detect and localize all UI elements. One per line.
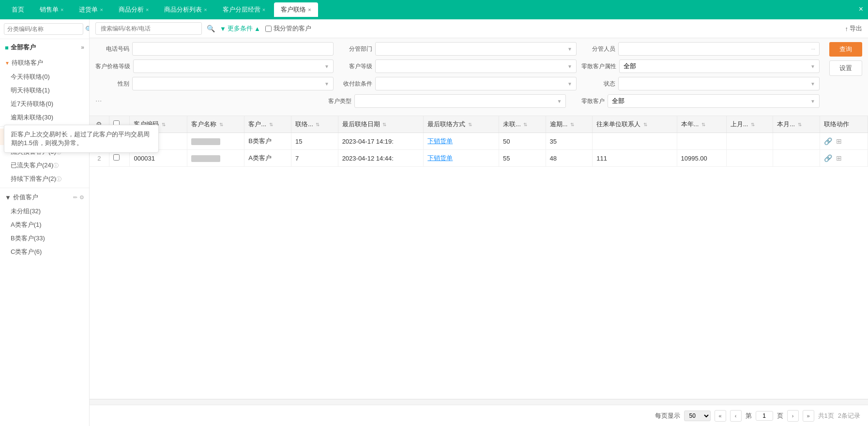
nav-tab-customer-contact-close[interactable]: × (308, 7, 311, 13)
more-conditions-button[interactable]: ▼ 更多条件 ▲ (220, 24, 260, 33)
nav-tab-analysis[interactable]: 商品分析 × (112, 2, 155, 17)
th-method-sort[interactable]: ⇅ (468, 122, 472, 127)
horizontal-scrollbar[interactable] (90, 399, 868, 405)
scroll-track[interactable] (90, 399, 868, 405)
sidebar-item-tomorrow[interactable]: 明天待联络(1) (0, 84, 89, 97)
sidebar-item-b-class-label: B类客户(33) (11, 234, 45, 243)
filter-payment-label: 收付款条件 (338, 80, 372, 88)
sidebar-item-ungroup[interactable]: 未分组(32) (0, 205, 89, 218)
nav-tab-customer-contact[interactable]: 客户联络 × (274, 2, 318, 17)
sidebar-value-settings-icon[interactable]: ⚙ (79, 194, 84, 201)
filter-retail-attr-select[interactable]: 全部 ▼ (619, 59, 820, 73)
sidebar-search-input[interactable] (4, 23, 83, 35)
th-code-sort[interactable]: ⇅ (162, 122, 166, 127)
query-button[interactable]: 查询 (829, 42, 862, 57)
row-1-uncontacted: 50 (503, 138, 510, 145)
row-2-grid-icon[interactable]: ⊞ (836, 154, 842, 162)
filter-search-input[interactable] (95, 22, 202, 35)
th-uncontacted-sort[interactable]: ⇅ (523, 122, 527, 127)
th-contact-sort[interactable]: ⇅ (316, 122, 320, 127)
th-person-sort[interactable]: ⇅ (643, 122, 647, 127)
sidebar-item-7days[interactable]: 近7天待联络(0) (0, 97, 89, 111)
filter-branch-person-label: 分管人员 (581, 45, 615, 53)
th-date-sort[interactable]: ⇅ (382, 122, 386, 127)
th-this-year-label: 本年... (681, 120, 699, 128)
sidebar-waiting-group[interactable]: ▼ 待联络客户 (0, 56, 89, 70)
filter-customer-type-select[interactable]: ▼ (354, 94, 566, 108)
row-2-last-method[interactable]: 下销货单 (427, 154, 453, 162)
th-overdue-sort[interactable]: ⇅ (570, 122, 574, 127)
nav-tab-analysis-list-close[interactable]: × (204, 7, 207, 13)
last-page-button[interactable]: » (803, 410, 814, 422)
sidebar-search-icon[interactable]: 🔍 (85, 26, 90, 33)
sidebar-item-declining-info[interactable]: ⓘ (56, 176, 61, 183)
per-page-select[interactable]: 50 20 100 (684, 411, 711, 421)
export-button[interactable]: ↑ 导出 (845, 24, 863, 33)
filter-status-select[interactable]: ▼ (618, 77, 820, 90)
filter-customer-level-select[interactable]: ▼ (375, 59, 577, 73)
sidebar-value-edit-icon[interactable]: ✏ (73, 194, 77, 201)
filter-payment-select[interactable]: ▼ (375, 77, 577, 90)
filter-branch-dept-select[interactable]: ▼ (375, 42, 577, 56)
th-overdue: 逾期... ⇅ (546, 116, 593, 133)
nav-tab-home[interactable]: 首页 (5, 2, 31, 17)
filter-branch-person-select[interactable]: ··· (618, 42, 820, 56)
filter-dots[interactable]: ··· (95, 97, 102, 105)
filter-retail-customer-select[interactable]: 全部 ▼ (608, 94, 820, 108)
nav-tab-purchase-close[interactable]: × (100, 7, 103, 13)
row-2-uncontacted: 55 (503, 155, 510, 162)
sidebar-all-customers[interactable]: ■ 全部客户 » (0, 39, 89, 56)
sidebar-item-lost24-info[interactable]: ⓘ (53, 162, 59, 169)
advanced-filter: 电话号码 分管部门 ▼ 分管人员 ··· (90, 38, 868, 116)
filter-search-button[interactable]: 🔍 (207, 25, 215, 32)
filter-phone-input[interactable] (132, 42, 334, 56)
sidebar-item-c-class[interactable]: C类客户(6) (0, 245, 89, 259)
settings-button[interactable]: 设置 (829, 60, 862, 76)
td-type-1: B类客户 (244, 133, 291, 150)
filter-gender-select[interactable]: ▼ (132, 77, 334, 90)
filter-bar: 🔍 ▼ 更多条件 ▲ 我分管的客户 ↑ 导出 (90, 19, 868, 38)
row-2-link-icon[interactable]: 🔗 (824, 154, 832, 162)
row-2-checkbox[interactable] (113, 154, 120, 161)
nav-tab-purchase-label: 进货单 (79, 5, 98, 14)
nav-tab-analysis-label: 商品分析 (119, 5, 144, 14)
row-1-last-method[interactable]: 下销货单 (427, 137, 453, 145)
tooltip-text: 距客户上次交易时长，超过了此客户的平均交易周期的1.5倍，则视为异常。 (11, 131, 150, 147)
prev-page-button[interactable]: ‹ (730, 410, 742, 422)
th-type-sort[interactable]: ⇅ (269, 122, 273, 127)
sidebar-item-overdue[interactable]: 逾期未联络(30) (0, 111, 89, 124)
nav-tab-customer-layer-close[interactable]: × (262, 7, 265, 13)
nav-tab-purchase[interactable]: 进货单 × (72, 2, 109, 17)
nav-tab-sales[interactable]: 销售单 × (33, 2, 70, 17)
sidebar-value-group[interactable]: ▼ 价值客户 ✏ ⚙ (0, 190, 89, 205)
export-icon: ↑ (845, 25, 849, 32)
nav-tab-analysis-close[interactable]: × (146, 7, 149, 13)
nav-tab-customer-layer[interactable]: 客户分层经营 × (216, 2, 272, 17)
sidebar-item-already-lost[interactable]: 已流失客户(24) ⓘ (0, 159, 89, 172)
sidebar-search-area: 🔍 (0, 19, 89, 39)
th-lmonth-sort[interactable]: ⇅ (751, 122, 755, 127)
my-customers-checkbox-area[interactable]: 我分管的客户 (265, 24, 311, 33)
first-page-button[interactable]: « (715, 410, 726, 422)
sidebar-collapse-icon[interactable]: » (81, 44, 84, 51)
per-page-label: 每页显示 (655, 411, 680, 420)
nav-tab-sales-close[interactable]: × (61, 7, 63, 13)
th-year-sort[interactable]: ⇅ (701, 122, 705, 127)
my-customers-checkbox[interactable] (265, 26, 272, 32)
td-last-date-1: 2023-04-17 14:19: (338, 133, 424, 150)
th-name-sort[interactable]: ⇅ (219, 122, 223, 127)
nav-tab-analysis-list[interactable]: 商品分析列表 × (157, 2, 213, 17)
th-tmonth-sort[interactable]: ⇅ (798, 122, 802, 127)
next-page-button[interactable]: › (787, 410, 799, 422)
sidebar-item-today[interactable]: 今天待联络(0) (0, 70, 89, 84)
th-contact-person-label: 往来单位联系人 (596, 120, 640, 128)
row-1-grid-icon[interactable]: ⊞ (836, 137, 842, 145)
row-1-link-icon[interactable]: 🔗 (824, 137, 832, 145)
sidebar-item-declining[interactable]: 持续下滑客户(2) ⓘ (0, 172, 89, 186)
sidebar-item-b-class[interactable]: B类客户(33) (0, 232, 89, 245)
nav-close-all-button[interactable]: × (859, 5, 863, 14)
page-input[interactable] (756, 411, 773, 421)
sidebar-item-a-class[interactable]: A类客户(1) (0, 218, 89, 232)
filter-price-level-select[interactable]: ▼ (133, 59, 334, 73)
th-last-contact-method: 最后联络方式 ⇅ (424, 116, 499, 133)
